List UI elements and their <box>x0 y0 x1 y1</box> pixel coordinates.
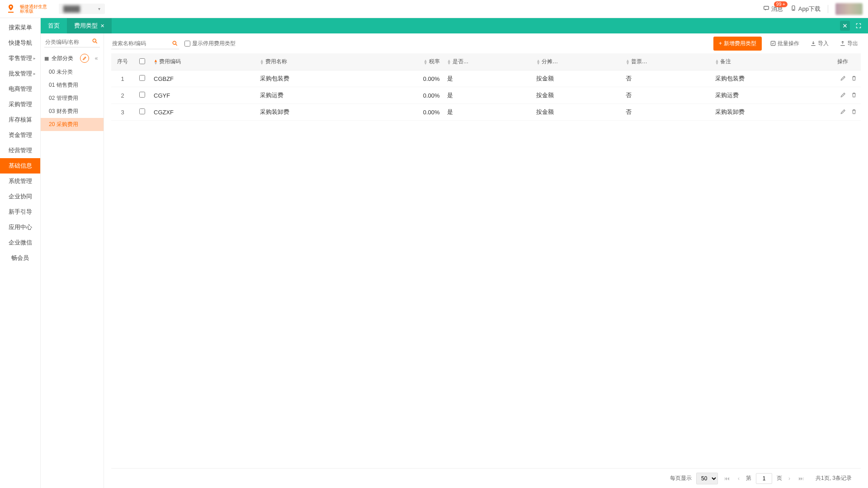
search-icon[interactable] <box>172 40 178 48</box>
col-seq[interactable]: 序号 <box>111 53 134 70</box>
row-checkbox[interactable] <box>139 92 145 98</box>
col-ops: 操作 <box>825 53 861 70</box>
nav-item-快捷导航[interactable]: 快捷导航 <box>0 35 40 51</box>
nav-item-应用中心[interactable]: 应用中心 <box>0 220 40 235</box>
table-search-input[interactable] <box>111 38 179 49</box>
nav-item-新手引导[interactable]: 新手引导 <box>0 204 40 220</box>
col-rate[interactable]: ▲▼税率 <box>369 53 443 70</box>
batch-ops-button[interactable]: 批量操作 <box>767 38 802 49</box>
category-all-row[interactable]: ▦ 全部分类 « <box>41 51 104 66</box>
app-name-line2: 标准版 <box>20 9 47 14</box>
nav-item-label: 库存核算 <box>9 116 32 124</box>
fullscreen-icon[interactable] <box>854 21 863 31</box>
user-avatar[interactable] <box>835 3 863 15</box>
col-flag[interactable]: ▲▼是否… <box>443 53 533 70</box>
edit-row-icon[interactable] <box>840 109 846 116</box>
search-icon[interactable] <box>92 38 98 46</box>
nav-item-采购管理[interactable]: 采购管理 <box>0 97 40 112</box>
collapse-panel-icon[interactable]: « <box>93 55 100 62</box>
new-expense-type-button[interactable]: + 新增费用类型 <box>713 37 762 51</box>
cell-flag: 是 <box>443 70 533 87</box>
messages-badge: 99 + <box>774 1 788 7</box>
nav-item-label: 搜索菜单 <box>9 23 32 32</box>
nav-item-label: 采购管理 <box>9 100 32 108</box>
app-download-link[interactable]: App下载 <box>790 5 821 13</box>
tab-费用类型[interactable]: 费用类型✕ <box>67 18 112 33</box>
show-disabled-checkbox-wrap[interactable]: 显示停用费用类型 <box>184 40 236 47</box>
col-invoice[interactable]: ▲▼普票… <box>622 53 712 70</box>
category-search-wrap <box>41 33 104 51</box>
col-name[interactable]: ▲▼费用名称 <box>256 53 369 70</box>
cell-check <box>134 87 150 104</box>
close-tab-icon[interactable]: ✕ <box>100 23 104 29</box>
page-input[interactable] <box>756 473 772 484</box>
nav-item-搜索菜单[interactable]: 搜索菜单 <box>0 20 40 35</box>
cell-remark: 采购包装费 <box>712 70 825 87</box>
nav-item-label: 资金管理 <box>9 131 32 139</box>
new-button-label: 新增费用类型 <box>724 40 756 47</box>
col-check <box>134 53 150 70</box>
first-page-icon[interactable]: ⏮ <box>722 474 731 483</box>
expense-type-table: 序号 ▲▼费用编码 ▲▼费用名称 ▲▼税率 ▲▼是否… ▲▼分摊… ▲▼普票… … <box>111 53 861 121</box>
col-remark[interactable]: ▲▼备注 <box>712 53 825 70</box>
tab-首页[interactable]: 首页 <box>41 18 67 33</box>
messages-link[interactable]: 消息 99 + <box>763 5 783 13</box>
col-code[interactable]: ▲▼费用编码 <box>150 53 256 70</box>
delete-row-icon[interactable] <box>851 76 857 83</box>
next-page-icon[interactable]: › <box>787 474 792 483</box>
nav-item-企业协同[interactable]: 企业协同 <box>0 189 40 204</box>
pager-summary: 共1页, 3条记录 <box>816 474 852 482</box>
category-item[interactable]: 01 销售费用 <box>41 79 104 92</box>
nav-item-label: 畅会员 <box>11 254 29 262</box>
cell-name: 采购包装费 <box>256 70 369 87</box>
cell-flag: 是 <box>443 87 533 104</box>
import-label: 导入 <box>818 40 829 47</box>
last-page-icon[interactable]: ⏭ <box>797 474 806 483</box>
app-name-line1: 畅捷通好生意 <box>20 5 47 9</box>
divider <box>828 5 828 13</box>
per-page-select[interactable]: 50 <box>696 473 718 484</box>
svg-point-2 <box>793 9 793 10</box>
edit-row-icon[interactable] <box>840 76 846 83</box>
table-wrap: 序号 ▲▼费用编码 ▲▼费用名称 ▲▼税率 ▲▼是否… ▲▼分摊… ▲▼普票… … <box>104 53 868 468</box>
nav-item-label: 基础信息 <box>9 162 32 170</box>
col-alloc[interactable]: ▲▼分摊… <box>533 53 622 70</box>
nav-item-畅会员[interactable]: 畅会员 <box>0 250 40 266</box>
import-button[interactable]: 导入 <box>807 38 831 49</box>
nav-item-label: 应用中心 <box>9 223 32 231</box>
nav-item-零售管理[interactable]: 零售管理▸ <box>0 51 40 66</box>
category-item[interactable]: 02 管理费用 <box>41 92 104 105</box>
category-item[interactable]: 20 采购费用 <box>41 118 104 131</box>
chevron-down-icon: ▾ <box>98 6 100 11</box>
category-item[interactable]: 00 未分类 <box>41 66 104 79</box>
main-content: 显示停用费用类型 + 新增费用类型 批量操作 导入 导出 <box>104 33 868 488</box>
close-all-tabs-icon[interactable] <box>840 21 850 31</box>
cell-name: 采购运费 <box>256 87 369 104</box>
export-label: 导出 <box>847 40 858 47</box>
prev-page-icon[interactable]: ‹ <box>736 474 741 483</box>
row-checkbox[interactable] <box>139 75 145 81</box>
category-item[interactable]: 03 财务费用 <box>41 105 104 118</box>
org-selector[interactable]: ████ ▾ <box>59 4 105 14</box>
nav-item-企业微信[interactable]: 企业微信 <box>0 235 40 250</box>
delete-row-icon[interactable] <box>851 93 857 99</box>
app-name: 畅捷通好生意 标准版 <box>20 5 47 14</box>
nav-item-基础信息[interactable]: 基础信息 <box>0 158 40 174</box>
select-all-checkbox[interactable] <box>139 58 145 64</box>
cell-ops <box>825 70 861 87</box>
edit-category-icon[interactable] <box>80 54 89 63</box>
show-disabled-checkbox[interactable] <box>184 41 190 47</box>
cell-seq: 2 <box>111 87 134 104</box>
nav-item-资金管理[interactable]: 资金管理 <box>0 127 40 143</box>
nav-item-系统管理[interactable]: 系统管理 <box>0 174 40 189</box>
nav-item-批发管理[interactable]: 批发管理▸ <box>0 66 40 81</box>
tab-label: 首页 <box>48 22 60 30</box>
nav-item-库存核算[interactable]: 库存核算 <box>0 112 40 127</box>
edit-row-icon[interactable] <box>840 93 846 99</box>
row-checkbox[interactable] <box>139 108 145 114</box>
page-suffix: 页 <box>777 474 782 482</box>
nav-item-经营管理[interactable]: 经营管理 <box>0 143 40 158</box>
delete-row-icon[interactable] <box>851 109 857 116</box>
nav-item-电商管理[interactable]: 电商管理 <box>0 81 40 97</box>
export-button[interactable]: 导出 <box>837 38 861 49</box>
